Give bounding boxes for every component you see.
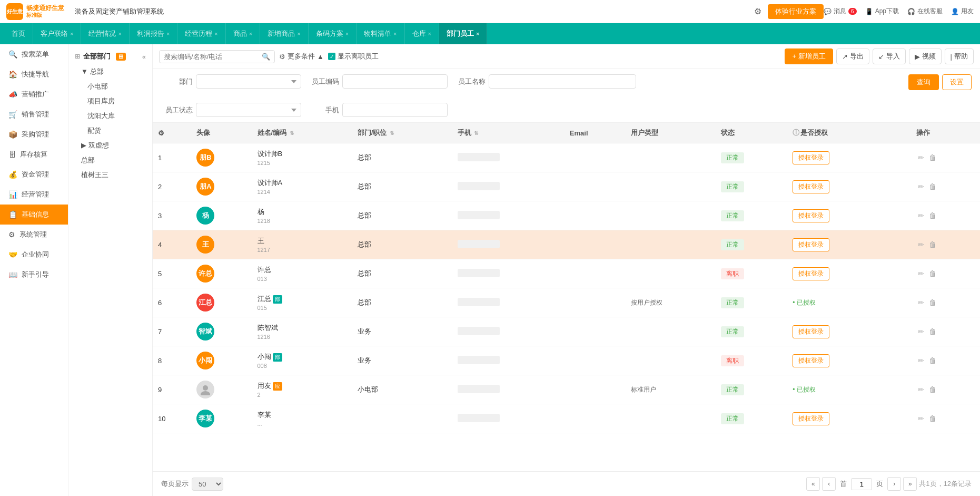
name-code: 杨 1218 [258,207,347,224]
delete-icon[interactable]: 🗑 [929,327,936,336]
cell-avatar [191,375,252,404]
dept-all[interactable]: ⊞ 全部部门 ⊞ « [68,48,152,64]
phone-input[interactable] [342,103,448,117]
first-page-btn[interactable]: « [806,477,820,491]
last-page-btn[interactable]: » [903,477,917,491]
sidebar-item-sales[interactable]: 🛒 销售管理 [0,104,68,124]
edit-icon[interactable]: ✏ [918,327,924,336]
edit-icon[interactable]: ✏ [918,356,924,365]
sidebar-item-search[interactable]: 🔍 搜索菜单 [0,44,68,64]
delete-icon[interactable]: 🗑 [929,385,936,394]
collapse-btn[interactable]: « [142,53,146,61]
edit-icon[interactable]: ✏ [918,269,924,278]
import-button[interactable]: ↙ 导入 [873,48,906,64]
tab-customer[interactable]: 客户联络 × [33,23,81,44]
settings-icon[interactable]: ⚙ [754,6,761,16]
view-button[interactable]: ▶ 视频 [909,48,942,64]
edit-icon[interactable]: ✏ [918,385,924,394]
dept-filter-select[interactable] [196,74,301,89]
sidebar-item-inventory[interactable]: 🗄 库存核算 [0,144,68,164]
phone-hidden [458,153,500,161]
dept-item-xiaodianbu[interactable]: 小电部 [75,79,152,94]
delete-icon[interactable]: 🗑 [929,356,936,365]
cell-name: 王 1217 [252,230,352,259]
trial-button[interactable]: 体验行业方案 [768,4,824,19]
sidebar-item-collab[interactable]: 🤝 企业协同 [0,245,68,265]
cell-phone [452,375,565,404]
delete-icon[interactable]: 🗑 [929,153,936,162]
tab-new-goods[interactable]: 新增商品 × [260,23,308,44]
delete-icon[interactable]: 🗑 [929,211,936,220]
sidebar-item-finance[interactable]: 💰 资金管理 [0,164,68,184]
emp-status-select[interactable] [196,103,301,117]
dept-group-shuangxuxiang[interactable]: ▶双虚想 [75,138,152,153]
page-size-select[interactable]: 50 10 20 100 [192,478,223,491]
dept-item-peihuo[interactable]: 配货 [75,123,152,138]
help-button[interactable]: | 帮助 [945,48,974,64]
delete-icon[interactable]: 🗑 [929,269,936,278]
auth-login-btn[interactable]: 授权登录 [793,209,829,222]
more-filter-btn[interactable]: ⚙ 更多条件 ▲ [279,52,324,61]
col-name[interactable]: 姓名/编码 ⇅ [252,123,352,143]
next-page-btn[interactable]: › [887,477,901,491]
auth-login-btn[interactable]: 授权登录 [793,354,829,367]
prev-page-btn[interactable]: ‹ [822,477,836,491]
auth-login-btn[interactable]: 授权登录 [793,151,829,164]
dept-item-zhishu[interactable]: 植树王三 [75,168,152,182]
message-button[interactable]: 💬 消息 6 [824,7,857,16]
sidebar-item-basic[interactable]: 📋 基础信息 [0,205,68,225]
tab-operation[interactable]: 经营情况 × [81,23,129,44]
col-dept[interactable]: 部门/职位 ⇅ [352,123,452,143]
auth-login-btn[interactable]: 授权登录 [793,238,829,251]
edit-icon[interactable]: ✏ [918,211,924,220]
edit-icon[interactable]: ✏ [918,182,924,191]
set-button[interactable]: 设置 [942,74,972,90]
tab-home[interactable]: 首页 [4,23,33,44]
col-settings[interactable]: ⚙ [153,123,191,143]
emp-name-input[interactable] [489,74,636,89]
dept-item-xiangmukufang[interactable]: 项目库房 [75,94,152,109]
sidebar-item-operation[interactable]: 📊 经营管理 [0,184,68,205]
dept-item-shenyangdaku[interactable]: 沈阳大库 [75,109,152,123]
app-download-button[interactable]: 📱 App下载 [865,7,899,16]
edit-icon[interactable]: ✏ [918,153,924,162]
online-service-button[interactable]: 🎧 在线客服 [907,7,943,16]
edit-icon[interactable]: ✏ [918,240,924,249]
auth-login-btn[interactable]: 授权登录 [793,267,829,280]
search-input-wrap[interactable]: 🔍 [159,50,275,63]
auth-login-btn[interactable]: 授权登录 [793,412,829,425]
tab-warehouse[interactable]: 仓库 × [405,23,439,44]
tab-barcode[interactable]: 条码方案 × [309,23,357,44]
emp-code-input[interactable] [342,74,448,89]
tab-bom[interactable]: 物料清单 × [357,23,404,44]
auth-login-btn[interactable]: 授权登录 [793,180,829,193]
sidebar-item-purchase[interactable]: 📦 采购管理 [0,124,68,144]
delete-icon[interactable]: 🗑 [929,182,936,191]
dept-group-zongbu[interactable]: ▼总部 [75,64,152,79]
auth-login-btn[interactable]: 授权登录 [793,325,829,338]
tab-history[interactable]: 经营历程 × [177,23,225,44]
col-phone[interactable]: 手机 ⇅ [452,123,565,143]
user-menu[interactable]: 👤 用友 [951,7,974,16]
search-input[interactable] [164,53,262,61]
export-button[interactable]: ↗ 导出 [836,48,869,64]
dept-item-zongbu[interactable]: 总部 [75,153,152,168]
tab-profit[interactable]: 利润报告 × [130,23,177,44]
edit-icon[interactable]: ✏ [918,298,924,307]
cell-avatar: 杨 [191,201,252,230]
page-input[interactable] [851,478,872,490]
tab-goods[interactable]: 商品 × [226,23,260,44]
delete-icon[interactable]: 🗑 [929,414,936,423]
add-employee-button[interactable]: + 新增员工 [785,48,833,64]
sidebar-item-guide[interactable]: 📖 新手引导 [0,265,68,285]
cell-email [565,317,626,346]
tab-employees[interactable]: 部门员工 × [439,23,487,44]
delete-icon[interactable]: 🗑 [929,298,936,307]
show-resigned-checkbox[interactable]: ✓ 显示离职员工 [328,52,379,61]
edit-icon[interactable]: ✏ [918,414,924,423]
sidebar-item-quicknav[interactable]: 🏠 快捷导航 [0,64,68,84]
sidebar-item-system[interactable]: ⚙ 系统管理 [0,225,68,245]
delete-icon[interactable]: 🗑 [929,240,936,249]
sidebar-item-marketing[interactable]: 📣 营销推广 [0,84,68,104]
search-button[interactable]: 查询 [908,74,939,90]
